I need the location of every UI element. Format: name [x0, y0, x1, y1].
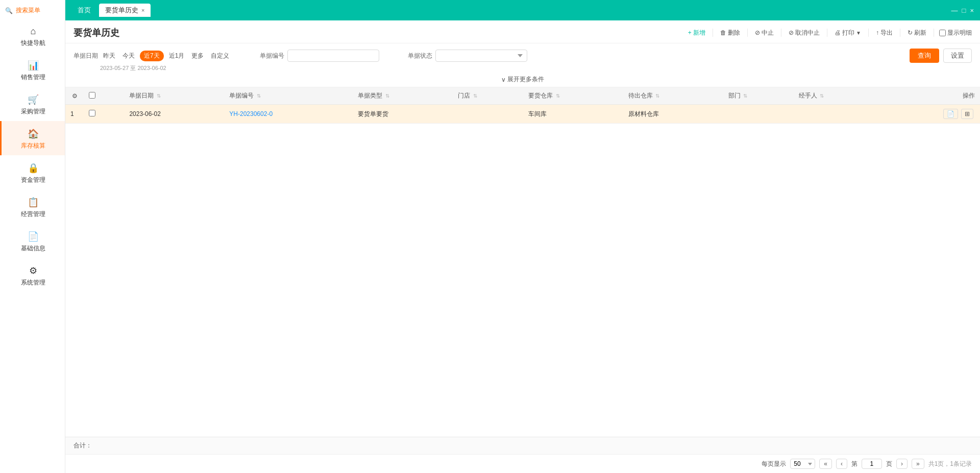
page-size-label: 每页显示: [762, 460, 786, 468]
date-shortcut-昨天[interactable]: 昨天: [101, 51, 117, 61]
select-all-checkbox[interactable]: [89, 92, 95, 99]
tab-close-icon[interactable]: ×: [141, 7, 144, 13]
table-row: 1 2023-06-02 YH-20230602-0 要货单要货 车间库 原材料…: [65, 105, 980, 124]
divider5: [868, 29, 869, 37]
settings-icon[interactable]: ⚙: [72, 92, 78, 100]
new-button[interactable]: + 新增: [686, 28, 707, 38]
tab-label: 要货单历史: [105, 6, 138, 15]
date-shortcut-今天[interactable]: 今天: [120, 51, 137, 61]
status-label: 单据状态: [408, 52, 432, 60]
th-date: 单据日期 ⇅: [124, 87, 224, 105]
expand-label: 展开更多条件: [507, 75, 544, 84]
table-summary: 合计：: [65, 437, 980, 454]
settings-button[interactable]: 设置: [943, 49, 972, 63]
basic-icon: 📄: [28, 231, 39, 242]
minimize-button[interactable]: —: [951, 7, 958, 14]
sort-store-icon[interactable]: ⇅: [473, 93, 477, 99]
cell-department: [723, 105, 794, 124]
quick-nav-icon: ⌂: [31, 26, 36, 37]
sidebar-item-purchase[interactable]: 🛒采购管理: [0, 87, 65, 121]
bill-no-label: 单据编号: [260, 52, 284, 60]
delete-icon: 🗑: [720, 29, 726, 36]
cell-operations: 📄 ⊞: [879, 105, 980, 124]
sort-bill-no-icon[interactable]: ⇅: [257, 93, 261, 99]
last-page-button[interactable]: »: [912, 459, 924, 469]
display-detail-label: 显示明细: [947, 29, 972, 37]
sort-bill-type-icon[interactable]: ⇅: [385, 93, 389, 99]
cell-store: [453, 105, 523, 124]
sidebar-item-sales[interactable]: 📊销售管理: [0, 53, 65, 87]
query-button[interactable]: 查询: [910, 49, 939, 63]
filter-area: 单据日期 昨天今天近7天近1月更多自定义 单据编号 单据状态 查询: [65, 43, 980, 87]
next-page-button[interactable]: ›: [896, 459, 908, 469]
th-bill-type: 单据类型 ⇅: [353, 87, 453, 105]
main-area: 首页要货单历史× — □ × 要货单历史 + 新增 🗑 删除 ⊘ 中止: [65, 0, 980, 473]
page-input[interactable]: [862, 459, 882, 469]
page-size-select[interactable]: 50 10 20 100: [790, 459, 815, 469]
sidebar-item-label: 销售管理: [21, 73, 45, 82]
stop-button[interactable]: ⊘ 中止: [753, 28, 776, 38]
sort-req-warehouse-icon[interactable]: ⇅: [556, 93, 560, 99]
tab-history[interactable]: 要货单历史×: [99, 4, 151, 17]
tab-home[interactable]: 首页: [71, 4, 97, 17]
date-shortcut-自定义[interactable]: 自定义: [209, 51, 231, 61]
th-operations: 操作: [879, 87, 980, 105]
data-table: ⚙ 单据日期 ⇅ 单据编号 ⇅: [65, 87, 980, 124]
date-shortcuts: 昨天今天近7天近1月更多自定义: [101, 51, 231, 61]
sidebar-item-finance[interactable]: 🔒资金管理: [0, 155, 65, 190]
expand-filter-button[interactable]: ∨ 展开更多条件: [74, 75, 972, 84]
topbar: 首页要货单历史× — □ ×: [65, 0, 980, 20]
sort-handler-icon[interactable]: ⇅: [820, 93, 824, 99]
date-shortcut-近1月[interactable]: 近1月: [167, 51, 187, 61]
th-settings: ⚙: [65, 87, 84, 105]
divider4: [827, 29, 827, 37]
sort-department-icon[interactable]: ⇅: [743, 93, 747, 99]
sidebar-item-operation[interactable]: 📋经营管理: [0, 190, 65, 224]
sidebar-item-inventory[interactable]: 🏠库存核算: [0, 121, 65, 155]
date-shortcut-近7天[interactable]: 近7天: [140, 51, 164, 61]
bill-no-input[interactable]: [287, 50, 379, 62]
search-icon: 🔍: [5, 7, 13, 14]
page-label-after: 页: [886, 460, 892, 468]
sidebar-item-label: 系统管理: [21, 278, 45, 287]
status-select[interactable]: [435, 50, 527, 62]
date-filter: 单据日期 昨天今天近7天近1月更多自定义: [74, 51, 231, 61]
op-view-button[interactable]: 📄: [943, 109, 958, 119]
date-shortcut-更多[interactable]: 更多: [189, 51, 206, 61]
restore-button[interactable]: □: [962, 7, 966, 14]
page-header: 要货单历史 + 新增 🗑 删除 ⊘ 中止 ⊘ 取消中止: [65, 20, 980, 43]
first-page-button[interactable]: «: [819, 459, 832, 469]
export-button[interactable]: ↑ 导出: [874, 28, 895, 38]
row-checkbox[interactable]: [89, 110, 95, 116]
sidebar-search-label: 搜索菜单: [16, 6, 40, 15]
th-checkbox: [84, 87, 124, 105]
delete-button[interactable]: 🗑 删除: [718, 28, 742, 38]
th-department: 部门 ⇅: [723, 87, 794, 105]
table-header-row: ⚙ 单据日期 ⇅ 单据编号 ⇅: [65, 87, 980, 105]
sidebar-item-label: 快捷导航: [21, 39, 45, 48]
sidebar-item-quick-nav[interactable]: ⌂快捷导航: [0, 19, 65, 53]
sidebar: 🔍 搜索菜单 ⌂快捷导航📊销售管理🛒采购管理🏠库存核算🔒资金管理📋经营管理📄基础…: [0, 0, 65, 473]
content-area: 要货单历史 + 新增 🗑 删除 ⊘ 中止 ⊘ 取消中止: [65, 20, 980, 473]
refresh-button[interactable]: ↻ 刷新: [905, 28, 928, 38]
sidebar-search[interactable]: 🔍 搜索菜单: [0, 0, 65, 19]
page-title: 要货单历史: [74, 27, 119, 39]
total-info: 共1页，1条记录: [928, 460, 972, 468]
sort-date-icon[interactable]: ⇅: [157, 93, 161, 99]
display-detail-checkbox[interactable]: [939, 30, 946, 36]
cell-date: 2023-06-02: [124, 105, 224, 124]
cancel-stop-button[interactable]: ⊘ 取消中止: [787, 28, 822, 38]
operation-icon: 📋: [28, 197, 39, 208]
close-window-button[interactable]: ×: [970, 7, 974, 14]
display-detail-checkbox-label[interactable]: 显示明细: [939, 29, 972, 37]
print-button[interactable]: 🖨 打印 ▼: [832, 28, 863, 38]
sidebar-item-system[interactable]: ⚙系统管理: [0, 258, 65, 292]
sales-icon: 📊: [28, 60, 39, 71]
cancel-stop-icon: ⊘: [789, 29, 794, 36]
bill-no-link[interactable]: YH-20230602-0: [229, 110, 273, 117]
th-pending-warehouse: 待出仓库 ⇅: [623, 87, 723, 105]
sidebar-item-basic[interactable]: 📄基础信息: [0, 224, 65, 258]
sort-pending-warehouse-icon[interactable]: ⇅: [655, 93, 659, 99]
prev-page-button[interactable]: ‹: [836, 459, 847, 469]
op-more-button[interactable]: ⊞: [961, 109, 973, 119]
